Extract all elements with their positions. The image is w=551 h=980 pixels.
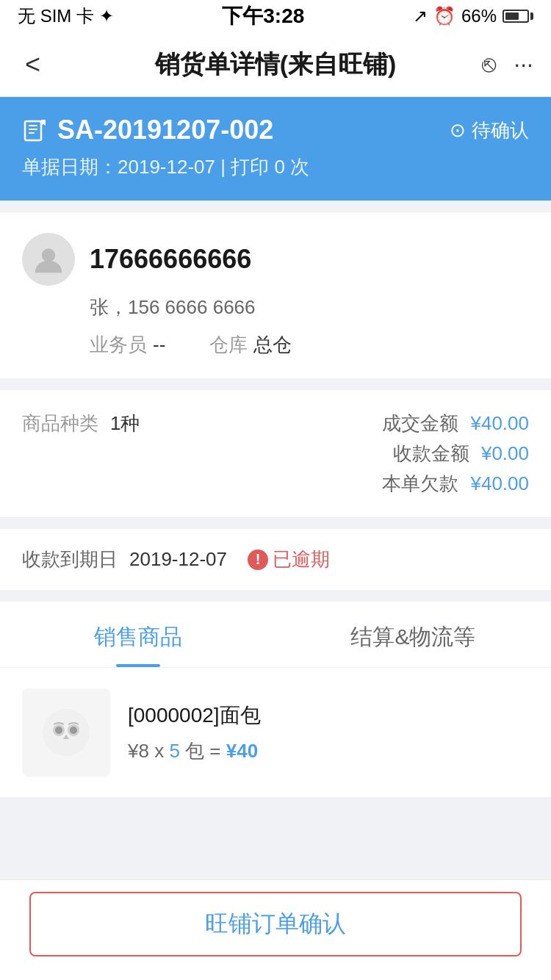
product-type-info: 商品种类 1种 <box>22 411 382 436</box>
customer-phone: 17666666666 <box>90 244 251 275</box>
back-button[interactable]: < <box>18 42 48 87</box>
status-left: 无 SIM 卡 ✦ <box>18 4 114 28</box>
balance-label: 本单欠款 <box>382 471 458 497</box>
overdue-icon: ! <box>248 550 268 570</box>
battery-percent: 66% <box>461 6 497 26</box>
svg-point-6 <box>70 727 77 734</box>
summary-section: 商品种类 1种 成交金额 ¥40.00 收款金额 ¥0.00 本单欠款 ¥40.… <box>0 390 551 517</box>
status-time: 下午3:28 <box>222 2 304 30</box>
product-name: [0000002]面包 <box>128 702 529 729</box>
warehouse-item: 仓库 总仓 <box>209 332 292 358</box>
svg-point-1 <box>42 248 55 262</box>
transaction-amount-row: 成交金额 ¥40.00 <box>382 411 529 436</box>
tab-sales-products[interactable]: 销售商品 <box>0 602 276 667</box>
more-button[interactable]: ··· <box>514 51 533 78</box>
multiply-symbol: x <box>154 740 169 762</box>
total-price: ¥40 <box>226 740 258 762</box>
customer-section: 17666666666 张，156 6666 6666 业务员 -- 仓库 总仓 <box>0 212 551 378</box>
svg-point-2 <box>43 709 90 756</box>
alarm-icon: ⏰ <box>433 6 455 26</box>
collected-amount-label: 收款金额 <box>393 441 469 466</box>
signal-icon: ↗ <box>413 6 428 26</box>
product-price: ¥8 x 5 包 = ¥40 <box>128 738 529 764</box>
nav-bar: < 销货单详情(来自旺铺) ⎋ ··· <box>0 32 551 97</box>
salesperson-label: 业务员 <box>90 332 147 358</box>
unit-price: ¥8 <box>128 740 149 762</box>
clock-icon: ⊙ <box>450 119 466 142</box>
svg-rect-0 <box>25 121 41 140</box>
due-date-label: 收款到期日 <box>22 547 118 572</box>
order-icon <box>22 117 48 143</box>
status-right: ↗ ⏰ 66% <box>413 6 533 26</box>
tabs-section: 销售商品 结算&物流等 <box>0 602 551 797</box>
product-list: [0000002]面包 ¥8 x 5 包 = ¥40 <box>0 668 551 797</box>
customer-meta: 业务员 -- 仓库 总仓 <box>90 332 529 358</box>
amounts-info: 成交金额 ¥40.00 收款金额 ¥0.00 本单欠款 ¥40.00 <box>382 411 529 497</box>
bottom-bar: 旺铺订单确认 <box>0 879 551 980</box>
confirm-order-button[interactable]: 旺铺订单确认 <box>29 892 522 956</box>
customer-name: 张，156 6666 6666 <box>90 295 529 320</box>
order-status: ⊙ 待确认 <box>450 118 529 143</box>
overdue-text: 已逾期 <box>273 547 330 572</box>
qty: 5 <box>169 740 179 762</box>
warehouse-label: 仓库 <box>209 332 248 358</box>
product-type-value: 1种 <box>110 411 140 436</box>
product-item: [0000002]面包 ¥8 x 5 包 = ¥40 <box>0 668 551 797</box>
due-date-section: 收款到期日 2019-12-07 ! 已逾期 <box>0 529 551 590</box>
due-date-value: 2019-12-07 <box>129 548 227 571</box>
customer-row: 17666666666 <box>22 233 529 286</box>
product-image <box>22 688 110 777</box>
share-button[interactable]: ⎋ <box>482 51 496 78</box>
product-image-placeholder <box>40 707 92 758</box>
balance-value: ¥40.00 <box>470 472 529 495</box>
warehouse-value: 总仓 <box>253 332 292 358</box>
balance-row: 本单欠款 ¥40.00 <box>382 471 529 497</box>
tab-settlement[interactable]: 结算&物流等 <box>276 602 551 667</box>
equals-symbol: = <box>209 740 226 762</box>
sim-status: 无 SIM 卡 ✦ <box>18 4 114 28</box>
unit: 包 <box>185 740 204 762</box>
status-bar: 无 SIM 卡 ✦ 下午3:28 ↗ ⏰ 66% <box>0 0 551 32</box>
svg-point-5 <box>55 727 62 734</box>
avatar <box>22 233 75 286</box>
page-title: 销货单详情(来自旺铺) <box>155 48 397 82</box>
product-type-label: 商品种类 <box>22 411 98 436</box>
nav-actions: ⎋ ··· <box>482 51 533 78</box>
collected-amount-row: 收款金额 ¥0.00 <box>393 441 529 466</box>
order-header-card: SA-20191207-002 ⊙ 待确认 单据日期：2019-12-07 | … <box>0 97 551 201</box>
tabs-header: 销售商品 结算&物流等 <box>0 602 551 668</box>
overdue-badge: ! 已逾期 <box>248 547 330 572</box>
battery-icon <box>503 10 533 23</box>
order-number: SA-20191207-002 <box>22 115 273 145</box>
transaction-amount-label: 成交金额 <box>382 411 458 436</box>
product-info: [0000002]面包 ¥8 x 5 包 = ¥40 <box>128 702 529 764</box>
salesperson-value: -- <box>153 334 165 356</box>
header-top: SA-20191207-002 ⊙ 待确认 <box>22 115 529 145</box>
transaction-amount-value: ¥40.00 <box>470 412 529 435</box>
order-date: 单据日期：2019-12-07 | 打印 0 次 <box>22 154 529 180</box>
salesperson-item: 业务员 -- <box>90 332 165 358</box>
collected-amount-value: ¥0.00 <box>481 442 529 465</box>
